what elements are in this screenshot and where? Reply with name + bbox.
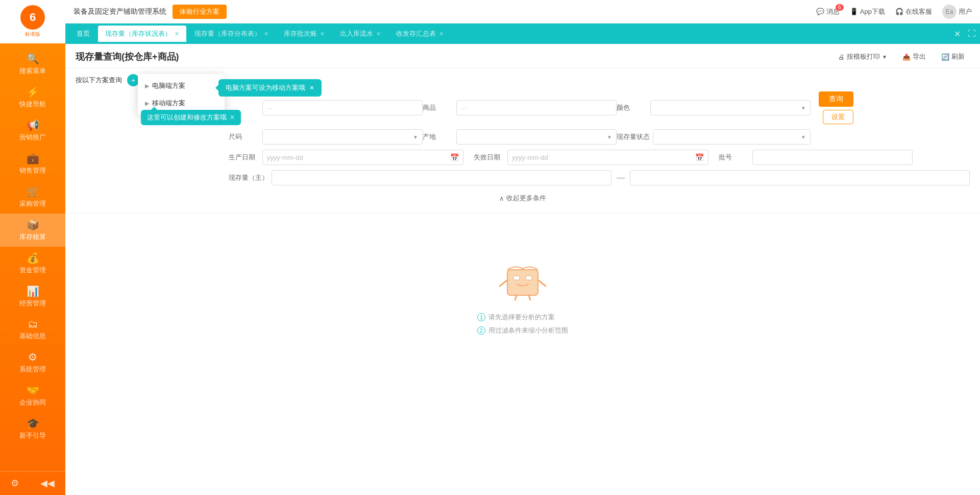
close-tab-inventory-status[interactable]: ✕ — [175, 31, 179, 37]
scheme-item-pc[interactable]: ▶ 电脑端方案 — [138, 77, 225, 95]
collapse-conditions-btn[interactable]: ∧ 收起更多条件 — [76, 190, 970, 207]
filter-row-3: 生产日期 yyyy-mm-dd 📅 失效日期 yyyy-mm-dd 📅 — [229, 150, 970, 165]
close-tab-inout[interactable]: ✕ — [376, 31, 381, 37]
sidebar-item-search[interactable]: 🔍 搜索菜单 — [0, 48, 65, 81]
tab-inout-flow[interactable]: 出入库流水 ✕ — [333, 26, 388, 42]
empty-illustration — [497, 254, 548, 300]
sidebar-item-management[interactable]: 📊 经营管理 — [0, 280, 65, 313]
user-btn[interactable]: Ea 用户 — [942, 5, 972, 19]
inventory-icon: 📦 — [27, 219, 39, 231]
top-header-right: 💬 消息 6 📱 App下载 🎧 在线客服 Ea 用户 — [816, 5, 972, 19]
tab-inventory-dist[interactable]: 现存量（库存分布表） ✕ — [187, 26, 276, 42]
sidebar-item-cooperation[interactable]: 🤝 企业协同 — [0, 379, 65, 412]
top-header: 装备及固定资产辅助管理系统 体验行业方案 💬 消息 6 📱 App下载 🎧 在线… — [65, 0, 980, 23]
print-icon: 🖨 — [838, 53, 845, 61]
close-scheme-tooltip-btn[interactable]: ✕ — [309, 84, 314, 91]
product-input[interactable]: ··· — [456, 100, 617, 115]
refresh-btn[interactable]: 🔄 刷新 — [936, 50, 970, 63]
scheme-name-tooltip: 电脑方案可设为移动方案哦 ✕ — [218, 79, 322, 97]
stock-status-label: 现存量状态 — [617, 132, 650, 142]
sidebar-bottom: ⚙ ◀◀ — [0, 471, 65, 495]
collapse-icon: ∧ — [499, 195, 504, 202]
expire-date-field: 失效日期 yyyy-mm-dd 📅 — [474, 150, 708, 165]
stock-main-start[interactable] — [272, 170, 611, 185]
sidebar-collapse-btn[interactable]: ◀◀ — [40, 478, 55, 489]
filter-section-label: 按以下方案查询 — [76, 76, 122, 85]
produce-date-start[interactable]: yyyy-mm-dd 📅 — [262, 150, 463, 165]
warehouse-input[interactable]: ··· — [262, 100, 423, 115]
produce-date-label: 生产日期 — [229, 153, 259, 162]
sidebar-item-marketing[interactable]: 📢 营销推广 — [0, 114, 65, 147]
filter-row-1: ··· 商品 ··· 颜色 ▼ — [229, 91, 970, 124]
color-field: 颜色 ▼ — [617, 100, 811, 115]
tab-batch-account[interactable]: 库存批次账 ✕ — [277, 26, 332, 42]
batch-input[interactable] — [752, 150, 913, 165]
tab-home[interactable]: 首页 — [69, 26, 97, 42]
expire-date-start[interactable]: yyyy-mm-dd 📅 — [507, 150, 708, 165]
batch-field: 批号 — [719, 150, 913, 165]
origin-label: 产地 — [423, 132, 453, 142]
stock-main-label: 现存量（主） — [229, 173, 268, 182]
sidebar-settings-btn[interactable]: ⚙ — [11, 478, 19, 489]
chevron-size-icon: ▼ — [413, 134, 418, 140]
sales-icon: 💼 — [27, 152, 39, 164]
svg-line-3 — [500, 280, 507, 286]
sidebar-item-quick-nav[interactable]: ⚡ 快捷导航 — [0, 81, 65, 114]
search-button[interactable]: 查询 — [819, 91, 853, 107]
svg-line-4 — [538, 280, 546, 286]
export-icon: 📤 — [902, 53, 911, 61]
warehouse-field: ··· — [229, 100, 423, 115]
chevron-status-icon: ▼ — [801, 134, 806, 140]
close-tab-inventory-dist[interactable]: ✕ — [264, 31, 268, 37]
finance-icon: 💰 — [27, 252, 39, 264]
marketing-icon: 📢 — [27, 119, 39, 131]
expire-date-label: 失效日期 — [474, 153, 504, 162]
product-field: 商品 ··· — [423, 100, 617, 115]
maximize-btn[interactable]: ⛶ — [968, 29, 976, 38]
guide-icon: 🎓 — [27, 417, 39, 430]
sidebar-item-system[interactable]: ⚙ 系统管理 — [0, 346, 65, 379]
close-tab-summary[interactable]: ✕ — [439, 31, 444, 37]
phone-icon: 📱 — [850, 8, 858, 15]
trial-industry-button[interactable]: 体验行业方案 — [173, 5, 227, 19]
sidebar-item-inventory[interactable]: 📦 库存核算 — [0, 214, 65, 247]
batch-label: 批号 — [719, 153, 749, 162]
main-content: 装备及固定资产辅助管理系统 体验行业方案 💬 消息 6 📱 App下载 🎧 在线… — [65, 0, 980, 495]
empty-tip-1: 1 请先选择要分析的方案 — [477, 311, 568, 324]
svg-rect-0 — [507, 270, 538, 295]
empty-tip-2: 2 用过滤条件来缩小分析范围 — [477, 324, 568, 337]
purchase-icon: 🛒 — [27, 185, 39, 198]
color-input[interactable]: ▼ — [650, 100, 811, 115]
close-tab-batch[interactable]: ✕ — [320, 31, 325, 37]
tab-inventory-status[interactable]: 现存量（库存状况表） ✕ — [98, 26, 186, 42]
size-select[interactable]: ▼ — [262, 129, 423, 145]
basic-info-icon: 🗂 — [28, 318, 38, 330]
stock-main-end[interactable] — [630, 170, 970, 185]
collapse-arrow-icon2: ▶ — [145, 100, 149, 107]
settings-button[interactable]: 设置 — [823, 110, 853, 124]
sidebar-item-sales[interactable]: 💼 销售管理 — [0, 147, 65, 180]
svg-rect-1 — [513, 276, 520, 280]
close-create-tooltip-btn[interactable]: ✕ — [230, 114, 235, 121]
sidebar-logo: 6 标准版 — [0, 0, 65, 43]
avatar: Ea — [942, 5, 957, 19]
sidebar-item-purchase[interactable]: 🛒 采购管理 — [0, 180, 65, 214]
sidebar-item-guide[interactable]: 🎓 新手引导 — [0, 412, 65, 445]
export-btn[interactable]: 📤 导出 — [897, 50, 931, 63]
chevron-down-icon: ▼ — [882, 54, 887, 60]
chevron-color-icon: ▼ — [801, 105, 806, 111]
sidebar-item-basic-info[interactable]: 🗂 基础信息 — [0, 313, 65, 346]
print-template-btn[interactable]: 🖨 按模板打印 ▼ — [833, 50, 892, 63]
product-label: 商品 — [423, 103, 453, 112]
stock-status-select[interactable]: ▼ — [653, 129, 811, 145]
origin-select[interactable]: ▼ — [456, 129, 617, 145]
tab-bar: 首页 现存量（库存状况表） ✕ 现存量（库存分布表） ✕ 库存批次账 ✕ 出入库… — [65, 23, 980, 44]
sidebar-menu: 🔍 搜索菜单 ⚡ 快捷导航 📢 营销推广 💼 销售管理 🛒 采购管理 📦 库存核… — [0, 43, 65, 471]
close-all-tabs-btn[interactable]: ✕ — [950, 29, 965, 39]
size-field: 尺码 ▼ — [229, 129, 423, 145]
app-download-btn[interactable]: 📱 App下载 — [850, 7, 885, 16]
tab-summary[interactable]: 收发存汇总表 ✕ — [389, 26, 451, 42]
online-service-btn[interactable]: 🎧 在线客服 — [895, 7, 932, 16]
messages-btn[interactable]: 💬 消息 6 — [816, 7, 840, 16]
sidebar-item-finance[interactable]: 💰 资金管理 — [0, 247, 65, 280]
